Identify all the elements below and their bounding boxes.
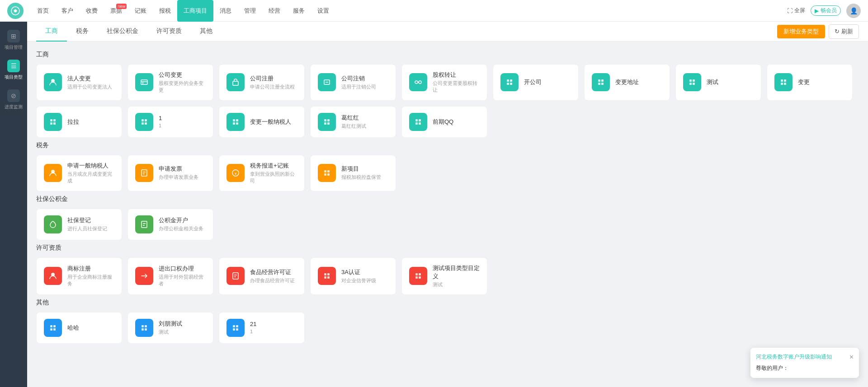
section-tax: 税务申请一般纳税人当月或次月成变更完成申请发票办理申请发票业务¥税务报道+记账拿… — [36, 141, 859, 191]
service-card-test[interactable]: 测试 — [675, 64, 761, 101]
svg-rect-43 — [415, 119, 418, 121]
company-change-text: 公司变更股权变更外的业务变更 — [159, 71, 206, 94]
service-card-trademark[interactable]: 商标注册用于企业商标注册服务 — [36, 257, 122, 295]
fund-account-title: 公积金开户 — [159, 216, 203, 224]
svg-rect-23 — [781, 79, 783, 82]
svg-rect-40 — [327, 119, 330, 121]
test-icon — [683, 73, 701, 91]
nav-item-ticket[interactable]: 票据new — [104, 0, 128, 22]
fullscreen-button[interactable]: ⛶ 全屏 — [787, 7, 805, 14]
service-card-change-taxpayer[interactable]: 变更一般纳税人 — [219, 106, 305, 138]
service-card-gehonghong[interactable]: 葛红红葛红红测试 — [310, 106, 396, 138]
nav-item-billing[interactable]: 收费 — [80, 0, 104, 22]
sub-tab-tax[interactable]: 税务 — [67, 22, 98, 42]
legal-change-text: 法人变更适用于公司变更法人 — [67, 75, 112, 90]
apply-invoice-title: 申请发票 — [159, 165, 198, 173]
service-card-qianqi-qq[interactable]: 前期QQ — [401, 106, 487, 138]
service-card-legal-change[interactable]: 法人变更适用于公司变更法人 — [36, 64, 122, 101]
change-address-title: 变更地址 — [615, 78, 639, 86]
service-card-test-type[interactable]: 测试项目类型目定义测试 — [401, 257, 487, 295]
nav-item-service[interactable]: 服务 — [287, 0, 311, 22]
section-title-other: 其他 — [36, 298, 859, 307]
service-card-twenty-one[interactable]: 211 — [219, 312, 305, 344]
change-text: 变更 — [798, 78, 810, 86]
service-card-apply-taxpayer[interactable]: 申请一般纳税人当月或次月成变更完成 — [36, 155, 122, 191]
tax-report-account-text: 税务报道+记账拿到营业执照的新公司 — [250, 162, 297, 185]
sidebar-item-project-manage[interactable]: ⊞项目管理 — [0, 25, 27, 55]
svg-rect-29 — [50, 122, 52, 125]
nav-item-operation[interactable]: 经营 — [262, 0, 287, 22]
svg-rect-30 — [53, 122, 56, 125]
nav-item-account[interactable]: 记账 — [128, 0, 153, 22]
import-export-icon — [135, 267, 153, 285]
trademark-text: 商标注册用于企业商标注册服务 — [67, 265, 114, 288]
service-card-company-register[interactable]: 公司注册申请公司注册全流程 — [219, 64, 305, 101]
svg-rect-75 — [53, 328, 56, 331]
service-card-change-address[interactable]: 变更地址 — [584, 64, 670, 101]
svg-rect-53 — [324, 170, 326, 173]
sidebar-item-project-type[interactable]: ☰项目类型 — [0, 55, 27, 85]
svg-rect-41 — [324, 122, 326, 125]
liupeng-test-title: 刘朋测试 — [159, 320, 182, 328]
sub-tab-social-fund[interactable]: 社保公积金 — [98, 22, 147, 42]
open-company-title: 开公司 — [524, 78, 542, 86]
social-register-text: 社保登记进行人员社保登记 — [67, 216, 107, 232]
service-card-apply-invoice[interactable]: 申请发票办理申请发票业务 — [127, 155, 213, 191]
svg-rect-26 — [784, 83, 786, 85]
service-card-company-change[interactable]: 公司变更股权变更外的业务变更 — [127, 64, 213, 101]
change-taxpayer-text: 变更一般纳税人 — [250, 118, 291, 126]
service-card-social-register[interactable]: 社保登记进行人员社保登记 — [36, 209, 122, 240]
member-button[interactable]: ▶ 畅会员 — [811, 5, 841, 16]
sub-tabs-right: 新增业务类型 ↻ 刷新 — [777, 24, 859, 39]
sub-tab-permit[interactable]: 许可资质 — [147, 22, 191, 42]
sub-tab-bizreg[interactable]: 工商 — [36, 22, 67, 42]
section-title-social_fund: 社保公积金 — [36, 195, 859, 203]
test-type-text: 测试项目类型目定义测试 — [433, 264, 480, 288]
legal-change-desc: 适用于公司变更法人 — [67, 84, 112, 90]
svg-rect-5 — [233, 81, 238, 85]
apply-taxpayer-desc: 当月或次月成变更完成 — [67, 171, 114, 185]
svg-rect-80 — [233, 325, 235, 327]
notification-header: 河北税务数字账户升级影响通知 × — [756, 353, 854, 361]
nav-item-tax[interactable]: 报税 — [153, 0, 177, 22]
sub-tab-other[interactable]: 其他 — [191, 22, 222, 42]
service-card-import-export[interactable]: 进出口权办理适用于对外贸易经营者 — [127, 257, 213, 295]
service-card-fund-account[interactable]: 公积金开户办理公积金相关业务 — [127, 209, 213, 240]
service-card-lala[interactable]: 拉拉 — [36, 106, 122, 138]
service-card-change[interactable]: 变更 — [767, 64, 853, 101]
service-card-open-company[interactable]: 开公司 — [493, 64, 579, 101]
import-export-desc: 适用于对外贸易经营者 — [159, 274, 206, 288]
nav-item-manage[interactable]: 管理 — [238, 0, 262, 22]
refresh-button[interactable]: ↻ 刷新 — [829, 24, 859, 39]
nav-item-bizproject[interactable]: 工商项目 — [177, 0, 213, 22]
nav-item-home[interactable]: 首页 — [31, 0, 55, 22]
one-title: 1 — [159, 115, 162, 121]
avatar[interactable]: 👤 — [846, 4, 861, 18]
service-card-one[interactable]: 11 — [127, 106, 213, 138]
service-card-equity-transfer[interactable]: 股权转让公司变更需要股权转让 — [401, 64, 487, 101]
sub-tabs: 工商税务社保公积金许可资质其他 新增业务类型 ↻ 刷新 — [27, 22, 868, 42]
service-card-food-permit[interactable]: 食品经营许可证办理食品经营许可证 — [219, 257, 305, 295]
svg-rect-21 — [689, 83, 692, 85]
3a-cert-desc: 对企业信誉评级 — [341, 277, 376, 284]
svg-rect-13 — [507, 83, 509, 85]
service-card-tax-report-account[interactable]: ¥税务报道+记账拿到营业执照的新公司 — [219, 155, 305, 191]
change-taxpayer-icon — [226, 113, 245, 131]
close-notification-button[interactable]: × — [849, 353, 854, 361]
new-type-button[interactable]: 新增业务类型 — [777, 25, 825, 38]
sidebar-item-progress-monitor[interactable]: ⊘进度监测 — [0, 85, 27, 115]
liupeng-test-desc: 测试 — [159, 329, 182, 336]
service-card-haha[interactable]: 哈哈 — [36, 312, 122, 344]
nav-item-message[interactable]: 消息 — [213, 0, 238, 22]
svg-rect-83 — [236, 328, 238, 331]
service-card-company-cancel[interactable]: 公司注销适用于注销公司 — [310, 64, 396, 101]
service-card-3a-cert[interactable]: 3A认证对企业信誉评级 — [310, 257, 396, 295]
service-card-new-project[interactable]: 新项目报税加税控盘保管 — [310, 155, 396, 191]
test-type-title: 测试项目类型目定义 — [433, 264, 480, 280]
nav-item-settings[interactable]: 设置 — [311, 0, 335, 22]
nav-item-client[interactable]: 客户 — [55, 0, 80, 22]
food-permit-icon — [226, 267, 245, 285]
svg-rect-65 — [327, 273, 330, 275]
service-card-liupeng-test[interactable]: 刘朋测试测试 — [127, 312, 213, 344]
3a-cert-icon — [318, 267, 336, 285]
